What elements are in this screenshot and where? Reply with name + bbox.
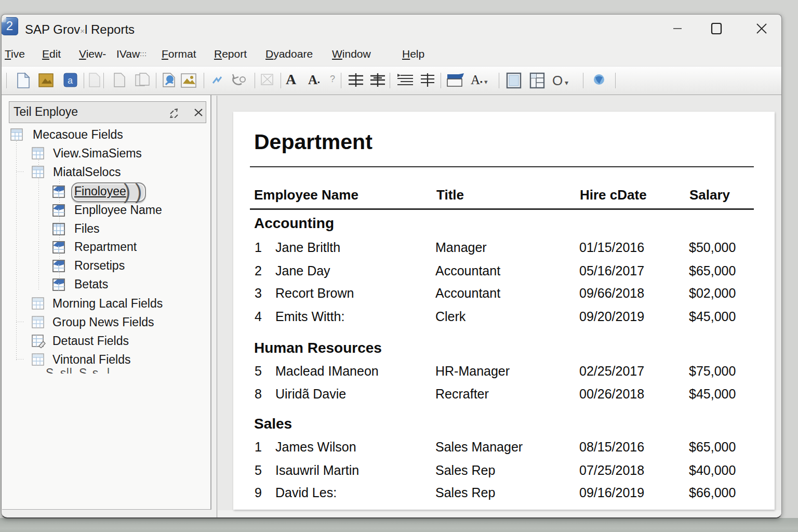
svg-text:a: a xyxy=(68,75,73,86)
